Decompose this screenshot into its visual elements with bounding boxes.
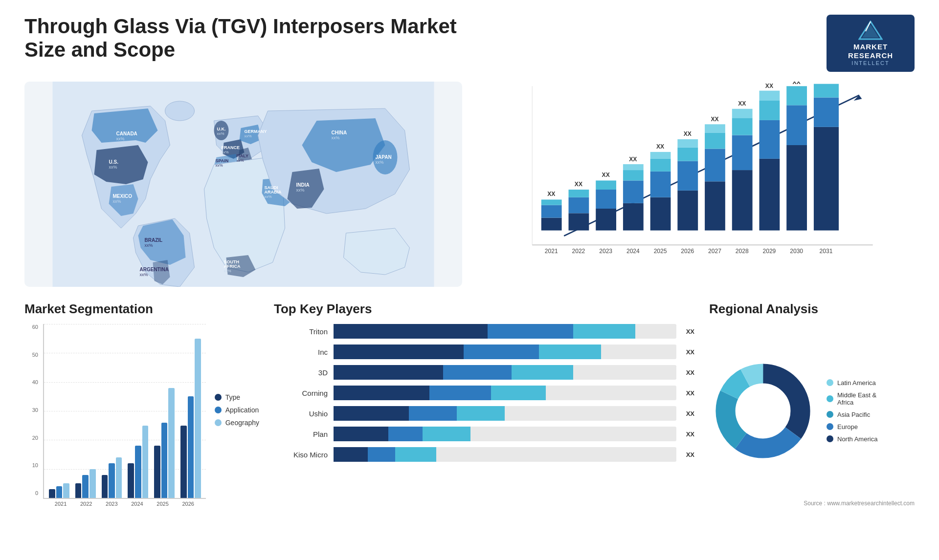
bar-chart-svg: XX XX XX XX [477, 82, 915, 272]
svg-text:xx%: xx% [140, 272, 148, 277]
player-bar-corning [334, 386, 676, 400]
svg-text:U.S.: U.S. [109, 159, 119, 165]
players-title: Top Key Players [274, 302, 694, 317]
bar-group-2025 [154, 324, 175, 498]
svg-text:XX: XX [602, 172, 610, 178]
svg-rect-61 [650, 172, 671, 197]
svg-rect-67 [677, 148, 698, 161]
player-name-ushio: Ushio [274, 409, 328, 418]
svg-rect-80 [760, 159, 780, 231]
svg-text:XX: XX [656, 143, 664, 150]
svg-rect-44 [541, 205, 562, 218]
svg-rect-63 [650, 152, 671, 159]
svg-rect-83 [760, 91, 780, 101]
svg-text:FRANCE: FRANCE [222, 145, 240, 150]
svg-text:2022: 2022 [572, 248, 585, 255]
player-bar-inc [334, 345, 676, 359]
svg-rect-76 [732, 135, 753, 171]
svg-rect-70 [705, 181, 725, 230]
y-label-50: 50 [24, 352, 38, 358]
svg-text:XX: XX [711, 116, 718, 123]
svg-text:XX: XX [738, 100, 746, 107]
bar-group-2021 [49, 324, 69, 498]
svg-rect-55 [623, 203, 644, 231]
regional-legend: Latin America Middle East &Africa Asia P… [827, 379, 877, 443]
legend-geo-dot [215, 419, 222, 426]
bar-chart-container: XX XX XX XX [477, 82, 915, 287]
map-svg: CANADA xx% U.S. xx% MEXICO xx% BRAZIL xx… [24, 82, 462, 287]
svg-text:xx%: xx% [217, 131, 224, 136]
bottom-section: Market Segmentation 60 50 40 30 20 10 0 [24, 302, 915, 507]
segmentation-section: Market Segmentation 60 50 40 30 20 10 0 [24, 302, 259, 507]
svg-text:xx%: xx% [216, 163, 223, 168]
svg-rect-68 [677, 139, 698, 148]
player-name-corning: Corning [274, 389, 328, 397]
donut-area: Latin America Middle East &Africa Asia P… [709, 324, 915, 497]
svg-text:XX: XX [547, 191, 555, 197]
europe-dot [827, 423, 833, 430]
svg-text:2021: 2021 [545, 248, 558, 255]
svg-text:AFRICA: AFRICA [224, 264, 241, 269]
seg-x-2026: 2026 [176, 501, 201, 507]
legend-asia-pacific: Asia Pacific [827, 411, 877, 418]
svg-rect-86 [786, 105, 807, 145]
svg-rect-53 [596, 180, 616, 190]
svg-rect-71 [705, 149, 725, 181]
legend-type-dot [215, 394, 222, 401]
latin-america-label: Latin America [837, 379, 876, 387]
svg-text:xx%: xx% [109, 165, 117, 170]
north-america-label: North America [837, 435, 877, 443]
svg-text:xx%: xx% [265, 194, 272, 199]
header: Through Glass Via (TGV) Interposers Mark… [24, 15, 915, 72]
seg-x-2023: 2023 [99, 501, 124, 507]
legend-geography: Geography [215, 419, 259, 427]
svg-rect-90 [814, 98, 839, 127]
y-label-60: 60 [24, 324, 38, 330]
y-label-10: 10 [24, 462, 38, 468]
svg-text:2028: 2028 [736, 248, 749, 255]
svg-text:2029: 2029 [763, 248, 776, 255]
seg-x-2024: 2024 [124, 501, 150, 507]
svg-text:xx%: xx% [145, 243, 153, 248]
svg-text:GERMANY: GERMANY [245, 129, 267, 134]
legend-latin-america: Latin America [827, 379, 877, 387]
latin-america-dot [827, 379, 833, 386]
svg-rect-45 [541, 199, 562, 205]
legend-app-label: Application [225, 406, 259, 414]
logo: MARKETRESEARCH INTELLECT [827, 15, 915, 72]
seg-x-2025: 2025 [150, 501, 176, 507]
y-label-30: 30 [24, 407, 38, 413]
seg-x-2021: 2021 [48, 501, 73, 507]
svg-text:xx%: xx% [376, 160, 384, 165]
svg-text:XX: XX [822, 82, 830, 82]
svg-rect-56 [623, 180, 644, 203]
player-name-inc: Inc [274, 348, 328, 356]
bar-group-2024 [128, 324, 148, 498]
y-label-0: 0 [24, 490, 38, 496]
world-map: CANADA xx% U.S. xx% MEXICO xx% BRAZIL xx… [24, 82, 462, 287]
svg-rect-85 [786, 145, 807, 231]
players-list: Triton XX Inc [274, 324, 694, 507]
svg-rect-89 [814, 127, 839, 231]
svg-text:xx%: xx% [224, 269, 231, 273]
middle-east-label: Middle East &Africa [837, 391, 876, 406]
player-row-corning: Corning XX [274, 386, 694, 400]
svg-text:XX: XX [629, 156, 637, 163]
svg-rect-65 [677, 191, 698, 231]
player-bar-plan [334, 427, 676, 441]
player-row-kiso: Kiso Micro XX [274, 447, 694, 462]
asia-pacific-label: Asia Pacific [837, 411, 870, 418]
top-section: CANADA xx% U.S. xx% MEXICO xx% BRAZIL xx… [24, 82, 915, 287]
bar-group-2026 [180, 324, 201, 498]
svg-text:ARGENTINA: ARGENTINA [140, 267, 169, 272]
player-bar-ushio [334, 406, 676, 421]
regional-section: Regional Analysis [709, 302, 915, 507]
player-label-triton: XX [686, 328, 694, 335]
svg-point-109 [736, 384, 790, 438]
svg-text:CHINA: CHINA [332, 130, 347, 135]
svg-text:CANADA: CANADA [116, 131, 137, 136]
player-label-inc: XX [686, 348, 694, 356]
svg-text:xx%: xx% [332, 135, 340, 140]
asia-pacific-dot [827, 411, 833, 418]
svg-text:BRAZIL: BRAZIL [145, 237, 163, 243]
